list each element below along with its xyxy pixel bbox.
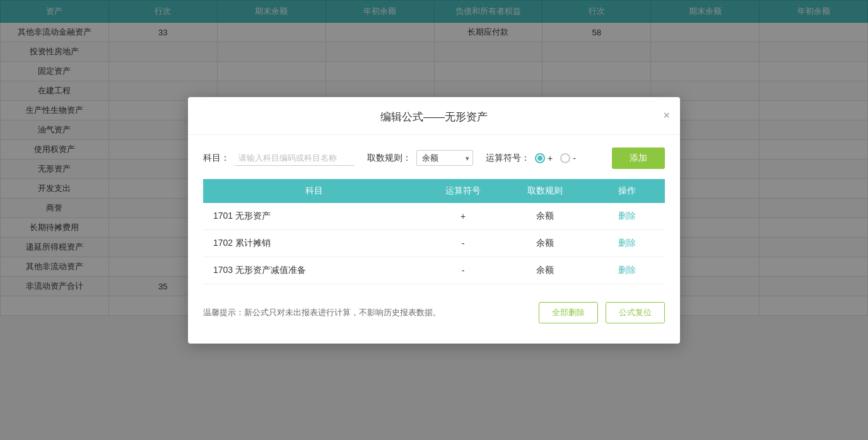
- delete-row-button[interactable]: 删除: [618, 238, 636, 249]
- modal-close-button[interactable]: ×: [663, 110, 670, 121]
- subject-cell: 1703 无形资产减值准备: [203, 257, 425, 284]
- rule-cell: 余额: [501, 203, 589, 230]
- hint-row: 温馨提示：新公式只对未出报表进行计算，不影响历史报表数据。 全部删除 公式复位: [188, 294, 680, 331]
- rule-cell: 余额: [501, 229, 589, 257]
- subject-cell: 1701 无形资产: [203, 203, 425, 230]
- subject-group: 科目：: [203, 151, 355, 166]
- operator-group: 运算符号： + -: [486, 153, 576, 164]
- subject-cell: 1702 累计摊销: [203, 229, 425, 257]
- operator-minus-label: -: [573, 153, 576, 163]
- col-operator: 运算符号: [425, 179, 501, 203]
- action-cell: 删除: [589, 257, 665, 284]
- table-row: 1701 无形资产+余额删除: [203, 203, 665, 230]
- subject-input[interactable]: [235, 151, 355, 166]
- subject-label: 科目：: [203, 153, 230, 164]
- footer-buttons: 全部删除 公式复位: [539, 302, 665, 323]
- operator-plus-option[interactable]: +: [535, 153, 553, 163]
- modal-dialog: 编辑公式——无形资产 × 科目： 取数规则： 余额借方贷方借方发生额贷方发生额 …: [188, 97, 680, 344]
- rule-select[interactable]: 余额借方贷方借方发生额贷方发生额: [416, 150, 473, 166]
- modal-overlay: 编辑公式——无形资产 × 科目： 取数规则： 余额借方贷方借方发生额贷方发生额 …: [0, 0, 868, 440]
- delete-row-button[interactable]: 删除: [618, 211, 636, 222]
- rule-select-wrap: 余额借方贷方借方发生额贷方发生额: [416, 150, 473, 166]
- form-row: 科目： 取数规则： 余额借方贷方借方发生额贷方发生额 运算符号： +: [188, 135, 680, 179]
- rule-cell: 余额: [501, 257, 589, 284]
- operator-cell: -: [425, 229, 501, 257]
- operator-cell: +: [425, 203, 501, 230]
- operator-minus-radio[interactable]: [560, 153, 570, 163]
- delete-row-button[interactable]: 删除: [618, 265, 636, 276]
- rule-label: 取数规则：: [367, 153, 411, 164]
- action-cell: 删除: [589, 229, 665, 257]
- col-action: 操作: [589, 179, 665, 203]
- table-row: 1703 无形资产减值准备-余额删除: [203, 257, 665, 284]
- col-subject: 科目: [203, 179, 425, 203]
- operator-radio-group: + -: [535, 153, 576, 163]
- data-table: 科目 运算符号 取数规则 操作 1701 无形资产+余额删除1702 累计摊销-…: [203, 179, 665, 284]
- add-button[interactable]: 添加: [612, 148, 665, 169]
- action-cell: 删除: [589, 203, 665, 230]
- operator-minus-option[interactable]: -: [560, 153, 576, 163]
- modal-title: 编辑公式——无形资产: [380, 111, 488, 123]
- data-table-wrap: 科目 运算符号 取数规则 操作 1701 无形资产+余额删除1702 累计摊销-…: [203, 179, 665, 284]
- operator-label: 运算符号：: [486, 153, 530, 164]
- table-row: 1702 累计摊销-余额删除: [203, 229, 665, 257]
- reset-button[interactable]: 公式复位: [606, 302, 665, 323]
- modal-header: 编辑公式——无形资产 ×: [188, 97, 680, 135]
- rule-group: 取数规则： 余额借方贷方借方发生额贷方发生额: [367, 150, 473, 166]
- hint-text: 温馨提示：新公式只对未出报表进行计算，不影响历史报表数据。: [203, 307, 441, 318]
- operator-plus-label: +: [548, 153, 553, 163]
- operator-cell: -: [425, 257, 501, 284]
- operator-plus-radio[interactable]: [535, 153, 545, 163]
- col-rule: 取数规则: [501, 179, 589, 203]
- delete-all-button[interactable]: 全部删除: [539, 302, 598, 323]
